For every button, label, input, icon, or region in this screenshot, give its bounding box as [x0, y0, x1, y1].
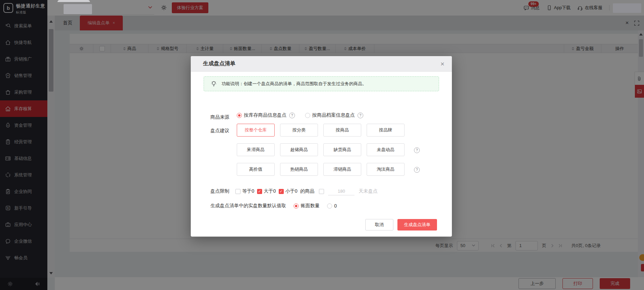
days-input[interactable]	[328, 187, 354, 195]
help-icon[interactable]: ?	[414, 167, 420, 173]
radio-selected-icon	[294, 203, 299, 209]
radio-icon	[327, 203, 332, 209]
help-icon[interactable]: ?	[289, 113, 295, 118]
limit-row: 盘点限制 等于0 ✓ 大于0 ✓ 小于0 的商品 天未盘点	[210, 187, 377, 195]
days-suffix: 天未盘点	[359, 188, 377, 194]
filter-overstock[interactable]: 超储商品	[280, 143, 318, 156]
modal-close-icon[interactable]: ×	[440, 61, 444, 67]
filter-uncounted[interactable]: 未盘动品	[367, 143, 405, 156]
cancel-button[interactable]: 取消	[365, 219, 393, 231]
screen: b 畅捷通好生意 标准版 搜索菜单 快捷导航 营销推广 ¥ 销售管理	[0, 0, 644, 290]
checkbox-greater-zero[interactable]: ✓ 大于0	[257, 188, 276, 194]
radio-product-archive-info[interactable]: 按商品档案信息盘点 ?	[305, 112, 363, 118]
radio-icon	[305, 113, 310, 118]
check-icon: ✓	[258, 190, 261, 193]
modal-header: 生成盘点清单 ×	[191, 56, 452, 72]
modal-title: 生成盘点清单	[203, 60, 235, 67]
checkbox-checked-icon: ✓	[257, 189, 262, 194]
generate-count-list-modal: 生成盘点清单 × 功能说明：创建一个盘点商品的清单，商品范围取自于发生过业务的商…	[191, 56, 452, 237]
redacted-org-name	[64, 4, 92, 14]
checkbox-less-zero[interactable]: ✓ 小于0	[279, 188, 298, 194]
top-tab-sliver	[58, 0, 90, 2]
redacted-user-name	[613, 3, 641, 13]
source-label: 商品来源	[210, 114, 229, 120]
filter-by-category[interactable]: 按分类	[280, 124, 318, 137]
filter-out-of-stock[interactable]: 缺货商品	[323, 143, 361, 156]
suggest-row-2: 呆滞商品 超储商品 缺货商品 未盘动品	[237, 143, 405, 156]
suggest-row-1: 按整个仓库 按分类 按商品 按品牌	[237, 124, 405, 137]
check-icon: ✓	[279, 190, 282, 193]
checkbox-equal-zero[interactable]: 等于0	[235, 188, 254, 194]
filter-slow-moving[interactable]: 滞销商品	[323, 163, 361, 176]
filter-obsolete[interactable]: 淘汰商品	[367, 163, 405, 176]
filter-high-value[interactable]: 高价值	[237, 163, 275, 176]
lightbulb-icon	[211, 81, 217, 87]
default-qty-label: 生成盘点清单中的实盘数量默认值取	[210, 203, 286, 209]
suggest-row-3: 高价值 热销商品 滞销商品 淘汰商品	[237, 163, 405, 176]
info-banner: 功能说明：创建一个盘点商品的清单，商品范围取自于发生过业务的商品。	[204, 76, 439, 91]
filter-by-product[interactable]: 按商品	[323, 124, 361, 137]
filter-by-brand[interactable]: 按品牌	[367, 124, 405, 137]
filter-stagnant[interactable]: 呆滞商品	[237, 143, 275, 156]
checkbox-checked-icon: ✓	[279, 189, 284, 194]
radio-stock-product-info[interactable]: 按库存商品信息盘点 ?	[237, 112, 295, 118]
filter-hot-selling[interactable]: 热销商品	[280, 163, 318, 176]
help-icon[interactable]: ?	[358, 113, 363, 118]
radio-book-qty[interactable]: 账面数量	[294, 203, 320, 209]
limit-label: 盘点限制	[210, 188, 229, 194]
default-qty-row: 生成盘点清单中的实盘数量默认值取 账面数量 0	[210, 203, 337, 209]
banner-text: 功能说明：创建一个盘点商品的清单，商品范围取自于发生过业务的商品。	[222, 81, 367, 87]
source-options: 按库存商品信息盘点 ? 按商品档案信息盘点 ?	[237, 112, 363, 118]
radio-zero[interactable]: 0	[327, 203, 337, 209]
checkbox-icon	[235, 189, 240, 194]
modal-footer: 取消 生成盘点清单	[365, 219, 437, 231]
generate-count-list-button[interactable]: 生成盘点清单	[397, 219, 437, 231]
help-icon[interactable]: ?	[414, 147, 420, 153]
checkbox-days-uncounted[interactable]	[319, 189, 324, 194]
suggest-label: 盘点建议	[210, 128, 229, 134]
filter-whole-warehouse[interactable]: 按整个仓库	[237, 124, 275, 137]
radio-selected-icon	[237, 113, 242, 118]
limit-suffix: 的商品	[300, 188, 314, 194]
